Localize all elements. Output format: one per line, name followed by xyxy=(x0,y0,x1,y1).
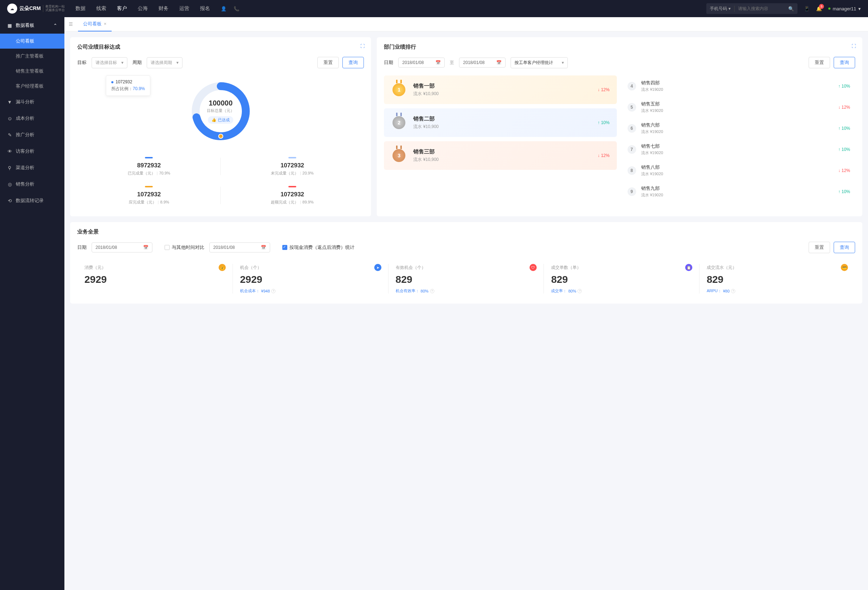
cash-checkbox[interactable]: 按现金消费（返点后消费）统计 xyxy=(282,244,354,251)
metric-icon: ➤ xyxy=(374,264,381,271)
logo-subtitle: 教育机构一站 式服务云平台 xyxy=(43,5,65,12)
main-nav: 数据线索客户公海财务运营报名 xyxy=(75,5,210,12)
donut-label: 目标总量（元） xyxy=(207,108,234,113)
sidebar-sub-0[interactable]: 公司看板 xyxy=(0,34,64,49)
compare-checkbox[interactable]: 与其他时间对比 xyxy=(165,244,204,251)
date-input-2[interactable]: 2018/01/08📅 xyxy=(209,243,270,252)
metric-icon: 📋 xyxy=(685,264,692,271)
help-icon[interactable]: ? xyxy=(731,289,735,293)
bell-icon[interactable]: 🔔5 xyxy=(816,6,822,12)
goal-card: ⛶ 公司业绩目标达成 目标 请选择目标▾ 周期 请选择周期▾ 重置 查询 xyxy=(70,37,371,216)
menu-icon: ▼ xyxy=(7,99,12,105)
nav-item-5[interactable]: 运营 xyxy=(179,5,189,12)
date-label: 日期 xyxy=(384,59,393,66)
rank-card-2[interactable]: 2销售二部流水 ¥10,900↑ 10% xyxy=(384,108,617,137)
donut-value: 100000 xyxy=(208,99,233,107)
sidebar-sub-1[interactable]: 推广主管看板 xyxy=(0,49,64,64)
period-select[interactable]: 请选择周期▾ xyxy=(147,57,183,68)
collapse-sidebar-icon[interactable]: ☰ xyxy=(69,21,73,27)
notification-badge: 5 xyxy=(819,4,824,9)
user-icon[interactable]: 👤 xyxy=(221,6,226,12)
close-icon[interactable]: × xyxy=(104,21,106,26)
rank-row-8[interactable]: 8销售八部流水 ¥19020↓ 12% xyxy=(623,160,855,181)
phone-icon[interactable]: 📞 xyxy=(234,6,239,12)
sidebar-sub-2[interactable]: 销售主管看板 xyxy=(0,64,64,79)
help-icon[interactable]: ? xyxy=(430,289,434,293)
period-label: 周期 xyxy=(132,59,142,66)
sidebar-item-3[interactable]: 👁访客分析 xyxy=(0,143,64,159)
medal-icon: 3 xyxy=(391,148,407,163)
medal-icon: 2 xyxy=(391,115,407,131)
mobile-icon[interactable]: 📱 xyxy=(804,6,810,12)
logo[interactable]: ☁ 云朵CRM 教育机构一站 式服务云平台 xyxy=(7,4,65,13)
tab-bar: ☰ 公司看板 × xyxy=(64,17,868,31)
nav-item-1[interactable]: 线索 xyxy=(96,5,106,12)
target-select[interactable]: 请选择目标▾ xyxy=(92,57,127,68)
sidebar-group-dashboard[interactable]: ▦ 数据看板 ⌃ xyxy=(0,17,64,34)
date-separator: 至 xyxy=(450,60,454,66)
rank-row-7[interactable]: 7销售七部流水 ¥19020↑ 10% xyxy=(623,139,855,160)
menu-icon: ⊙ xyxy=(7,116,12,121)
sidebar-item-6[interactable]: ⟲数据流转记录 xyxy=(0,193,64,209)
stat-type-select[interactable]: 按工单客户经理统计▾ xyxy=(511,57,568,68)
nav-item-2[interactable]: 客户 xyxy=(117,5,127,12)
sidebar-item-4[interactable]: ⚲渠道分析 xyxy=(0,159,64,176)
reset-button[interactable]: 重置 xyxy=(317,57,339,68)
nav-item-3[interactable]: 公海 xyxy=(138,5,148,12)
chevron-down-icon: ▾ xyxy=(562,60,564,65)
search-box: 手机号码▾ 🔍 xyxy=(706,3,797,14)
calendar-icon: 📅 xyxy=(435,60,441,65)
query-button[interactable]: 查询 xyxy=(834,242,855,253)
metric-icon: 🛡 xyxy=(530,264,537,271)
tab-company-board[interactable]: 公司看板 × xyxy=(78,17,112,31)
stat-cell-2: 1072932应完成量（元）|8.9% xyxy=(77,181,221,210)
sidebar-sub-3[interactable]: 客户经理看板 xyxy=(0,79,64,94)
metric-icon: 💰 xyxy=(218,264,226,271)
query-button[interactable]: 查询 xyxy=(342,57,364,68)
rank-row-6[interactable]: 6销售六部流水 ¥19020↑ 10% xyxy=(623,118,855,139)
date-input-1[interactable]: 2018/01/08📅 xyxy=(92,243,152,252)
date-to-input[interactable]: 2018/01/08📅 xyxy=(459,57,506,68)
search-input[interactable] xyxy=(735,6,785,11)
rank-row-9[interactable]: 9销售九部流水 ¥19020↑ 10% xyxy=(623,181,855,202)
reset-button[interactable]: 重置 xyxy=(809,57,830,68)
help-icon[interactable]: ? xyxy=(577,289,582,293)
reset-button[interactable]: 重置 xyxy=(809,242,830,253)
date-label: 日期 xyxy=(77,244,87,251)
chevron-down-icon: ▾ xyxy=(121,60,123,65)
nav-item-0[interactable]: 数据 xyxy=(75,5,86,12)
help-icon[interactable]: ? xyxy=(271,289,276,293)
menu-icon: ⟲ xyxy=(7,198,12,203)
user-menu[interactable]: manager11 ▾ xyxy=(828,6,861,12)
sidebar-item-0[interactable]: ▼漏斗分析 xyxy=(0,94,64,110)
calendar-icon: 📅 xyxy=(261,245,266,250)
search-icon[interactable]: 🔍 xyxy=(785,6,797,12)
date-from-input[interactable]: 2018/01/08📅 xyxy=(398,57,445,68)
status-dot xyxy=(828,7,830,10)
ranking-card: ⛶ 部门业绩排行 日期 2018/01/08📅 至 2018/01/08📅 按工… xyxy=(377,37,862,216)
sidebar-item-2[interactable]: ✎推广分析 xyxy=(0,127,64,143)
rank-card-3[interactable]: 3销售三部流水 ¥10,900↓ 12% xyxy=(384,141,617,170)
sidebar-item-1[interactable]: ⊙成本分析 xyxy=(0,110,64,127)
overview-card: 业务全景 日期 2018/01/08📅 与其他时间对比 2018/01/08📅 … xyxy=(70,222,862,303)
expand-icon[interactable]: ⛶ xyxy=(852,44,856,49)
sidebar-item-5[interactable]: ◎销售分析 xyxy=(0,176,64,193)
expand-icon[interactable]: ⛶ xyxy=(360,44,365,49)
nav-item-6[interactable]: 报名 xyxy=(200,5,210,12)
dashboard-icon: ▦ xyxy=(7,23,12,28)
stat-cell-1: 1072932未完成量（元）|20.9% xyxy=(221,152,364,181)
rank-row-4[interactable]: 4销售四部流水 ¥19020↑ 10% xyxy=(623,75,855,97)
thumbsup-icon: 👍 xyxy=(211,118,217,122)
rank-row-5[interactable]: 5销售五部流水 ¥19020↓ 12% xyxy=(623,97,855,118)
query-button[interactable]: 查询 xyxy=(834,57,855,68)
donut-chart: 100000 目标总量（元） 👍已达成 xyxy=(189,79,253,143)
nav-item-4[interactable]: 财务 xyxy=(158,5,168,12)
overview-cell-2: 有效机会（个）🛡829机会有效率：80%? xyxy=(388,260,544,297)
medal-icon: 1 xyxy=(391,82,407,98)
overview-cell-3: 成交单数（单）📋829成交率：80%? xyxy=(544,260,700,297)
search-type-select[interactable]: 手机号码▾ xyxy=(706,6,735,12)
target-label: 目标 xyxy=(77,59,87,66)
rank-card-1[interactable]: 1销售一部流水 ¥10,900↓ 12% xyxy=(384,75,617,104)
overview-cell-1: 机会（个）➤2929机会成本：¥948? xyxy=(233,260,388,297)
ranking-title: 部门业绩排行 xyxy=(384,44,855,50)
